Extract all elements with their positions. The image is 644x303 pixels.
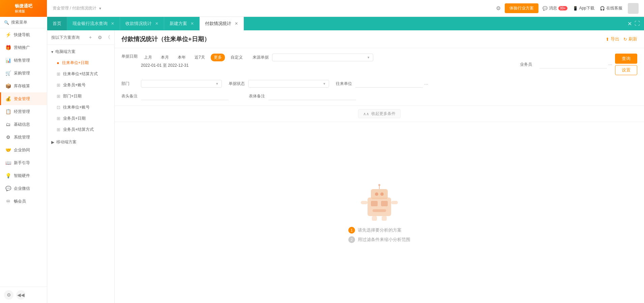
- tab-home[interactable]: 首页: [47, 17, 67, 30]
- sales-icon: 📊: [5, 57, 11, 63]
- sidebar-item-member[interactable]: ♾ 畅会员: [0, 195, 47, 208]
- page-title: 付款情况统计（往来单位+日期）: [121, 35, 606, 43]
- tab-bank-flow-close[interactable]: ✕: [111, 21, 114, 26]
- app-download-btn[interactable]: 📱 App下载: [573, 5, 594, 11]
- empty-illustration: [359, 182, 400, 223]
- scheme-item-counterpart-account[interactable]: ⊡ 往来单位+账号: [47, 102, 114, 113]
- notification-label: 消息: [549, 5, 557, 11]
- sidebar-item-collab[interactable]: 🤝 企业协同: [0, 144, 47, 156]
- scheme-item-dept-date[interactable]: ⊞ 部门+日期: [47, 91, 114, 102]
- date-btn-last-7days[interactable]: 近7天: [192, 54, 208, 61]
- tab-new-plan-label: 新建方案: [170, 21, 187, 27]
- counterpart-more-btn[interactable]: ···: [424, 81, 428, 87]
- search-menu-item[interactable]: 🔍 搜索菜单: [0, 17, 47, 28]
- scheme-item-counterpart-date[interactable]: ● 往来单位+日期: [47, 57, 114, 68]
- sales-label: 销售管理: [14, 58, 30, 63]
- scheme-settings-btn[interactable]: ⚙: [96, 34, 104, 41]
- sidebar-item-guide[interactable]: 📖 新手引导: [0, 156, 47, 169]
- inventory-icon: 📦: [5, 83, 11, 89]
- online-service-btn[interactable]: 🎧 在线客服: [600, 5, 622, 11]
- download-icon: 📱: [573, 6, 578, 11]
- salesman-input[interactable]: [539, 61, 607, 68]
- tab-receipt-stats-close[interactable]: ✕: [155, 21, 158, 26]
- scheme-item-salesman-account[interactable]: ⊞ 业务员+账号: [47, 80, 114, 91]
- tab-payment-stats-label: 付款情况统计: [205, 21, 231, 27]
- mobile-section-header[interactable]: ▶ 移动端方案: [47, 137, 114, 148]
- scheme-item-salesman-date[interactable]: ⊞ 业务员+日期: [47, 113, 114, 124]
- page-title-bar: 付款情况统计（往来单位+日期） ⬆ 导出 ↻ 刷新: [115, 30, 644, 48]
- scheme-item-counterpart-settlement[interactable]: ⊞ 往来单位+结算方式: [47, 68, 114, 80]
- user-avatar[interactable]: [628, 3, 639, 14]
- sidebar-item-hardware[interactable]: 💡 智能硬件: [0, 169, 47, 182]
- svg-rect-0: [368, 198, 391, 216]
- date-range-text: 2022-01-01 至 2022-12-31: [141, 63, 246, 68]
- sidebar-item-enterprise-wechat[interactable]: 💬 企业微信: [0, 182, 47, 195]
- tab-receipt-stats[interactable]: 收款情况统计 ✕: [120, 17, 164, 30]
- svg-rect-2: [381, 201, 388, 206]
- mobile-section-label: 移动端方案: [56, 139, 77, 145]
- date-btn-this-year[interactable]: 本年: [175, 54, 189, 61]
- doc-status-select[interactable]: ▾: [248, 80, 329, 88]
- table-body-note-input[interactable]: [268, 92, 356, 100]
- tab-payment-stats[interactable]: 付款情况统计 ✕: [200, 17, 244, 30]
- sidebar-item-quick-nav[interactable]: ⚡ 快捷导航: [0, 28, 47, 41]
- header-settings-icon[interactable]: ⚙: [496, 5, 501, 11]
- left-panel-title: 按以下方案查询: [51, 35, 80, 40]
- breadcrumb: 资金管理 / 付款情况统计: [53, 5, 96, 11]
- sidebar-item-sales[interactable]: 📊 销售管理: [0, 54, 47, 67]
- collapse-more-btn[interactable]: ∧∧ 收起更多条件: [358, 109, 401, 118]
- sidebar-item-system[interactable]: ⚙ 系统管理: [0, 131, 47, 144]
- date-btn-more[interactable]: 更多: [211, 54, 225, 61]
- svg-rect-1: [371, 201, 378, 206]
- sidebar-item-operations[interactable]: 📋 经营管理: [0, 105, 47, 118]
- tab-new-plan-close[interactable]: ✕: [191, 21, 194, 26]
- source-select[interactable]: ▾: [272, 54, 373, 61]
- add-scheme-btn[interactable]: ＋: [87, 34, 94, 41]
- tab-new-plan[interactable]: 新建方案 ✕: [164, 17, 200, 30]
- header-right: 💬 消息 99+ 📱 App下载 🎧 在线客服: [543, 3, 639, 14]
- svg-rect-9: [361, 201, 368, 204]
- tab-bank-flow-label: 现金银行流水查询: [72, 21, 108, 27]
- scheme-dept-date-label: 部门+日期: [63, 93, 82, 99]
- message-icon: 💬: [543, 6, 548, 11]
- tab-close-all-icon[interactable]: ✕: [627, 21, 632, 27]
- dept-select[interactable]: ▾: [141, 80, 222, 88]
- scheme-icon-1: ⊞: [57, 71, 60, 77]
- scheme-active-icon: ●: [57, 60, 59, 65]
- table-head-note-input[interactable]: [141, 92, 229, 100]
- salesman-more-btn[interactable]: ···: [608, 62, 612, 67]
- breadcrumb-dropdown-icon[interactable]: ▾: [99, 6, 101, 11]
- date-btn-custom[interactable]: 自定义: [228, 54, 246, 61]
- refresh-btn[interactable]: ↻ 刷新: [623, 36, 637, 42]
- sidebar-bottom: ⚙ ◀◀: [0, 286, 47, 303]
- sidebar-item-marketing[interactable]: 🎁 营销推广: [0, 41, 47, 54]
- tab-payment-stats-close[interactable]: ✕: [235, 21, 238, 26]
- settings-bottom-icon[interactable]: ⚙: [4, 290, 13, 300]
- sidebar-item-basic-info[interactable]: 🗂 基础信息: [0, 118, 47, 131]
- empty-tip-1: 1 请先选择要分析的方案: [348, 227, 410, 234]
- tab-home-label: 首页: [53, 21, 61, 27]
- collapse-sidebar-icon[interactable]: ◀◀: [16, 290, 26, 300]
- date-btn-this-month[interactable]: 本月: [158, 54, 172, 61]
- sidebar-item-inventory[interactable]: 📦 库存核算: [0, 80, 47, 92]
- pc-section-label: 电脑端方案: [55, 49, 76, 55]
- pc-section-header[interactable]: ▾ 电脑端方案: [47, 46, 114, 57]
- sidebar-item-purchase[interactable]: 🛒 采购管理: [0, 67, 47, 80]
- scheme-item-salesman-settlement[interactable]: ⊞ 业务员+结算方式: [47, 124, 114, 135]
- chevron-up-icon: ∧∧: [363, 112, 369, 116]
- date-label: 单据日期: [121, 54, 138, 59]
- date-btn-last-month[interactable]: 上月: [141, 54, 155, 61]
- collapse-left-panel-btn[interactable]: 《: [106, 34, 110, 40]
- counterpart-input[interactable]: [355, 80, 423, 88]
- notification-btn[interactable]: 💬 消息 99+: [543, 5, 567, 11]
- trial-btn[interactable]: 体验行业方案: [505, 3, 538, 13]
- basic-info-icon: 🗂: [5, 121, 11, 127]
- sidebar-item-finance[interactable]: 💰 资金管理: [0, 92, 47, 105]
- export-btn[interactable]: ⬆ 导出: [606, 36, 619, 42]
- empty-area: 1 请先选择要分析的方案 2 用过滤条件来缩小分析范围: [115, 122, 644, 303]
- chevron-down-icon: ▾: [51, 50, 53, 54]
- tab-fullscreen-icon[interactable]: ⛶: [635, 21, 640, 27]
- query-btn[interactable]: 查询: [615, 54, 637, 64]
- settings-btn[interactable]: 设置: [615, 65, 637, 75]
- tab-bank-flow[interactable]: 现金银行流水查询 ✕: [67, 17, 120, 30]
